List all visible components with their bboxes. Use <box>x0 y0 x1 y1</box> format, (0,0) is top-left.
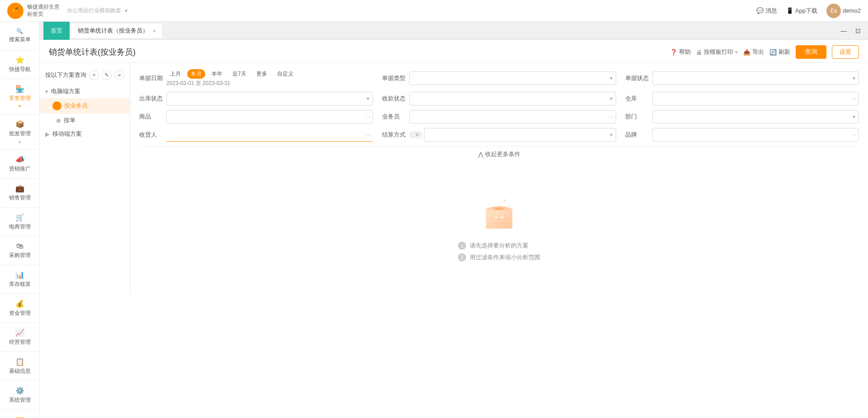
doc-type-select[interactable] <box>409 71 616 85</box>
settings-btn[interactable]: 设置 <box>832 45 859 59</box>
tip-text-2: 用过滤条件来缩小分析范围 <box>470 253 540 261</box>
sub-item-icon: ⊕ <box>56 117 61 124</box>
wholesale-arrow: ▴ <box>19 139 21 144</box>
brand-filter-row: 品牌 ··· <box>625 128 859 142</box>
payment-select[interactable] <box>424 128 616 142</box>
filter-row-3: 商品 ··· 业务员 ··· <box>139 110 859 124</box>
warehouse-dots-btn[interactable]: ··· <box>852 95 856 102</box>
consignee-dots-btn[interactable]: ··· <box>366 132 370 138</box>
sidebar-item-marketing[interactable]: 📣 营销推广 <box>0 150 39 179</box>
search-icon: 🔍 <box>16 28 23 34</box>
date-btn-more[interactable]: 更多 <box>253 69 271 79</box>
filter-row-1: 单据日期 上月 本月 本年 近7天 更多 自定义 <box>139 69 859 87</box>
receipt-status-select[interactable] <box>409 92 616 105</box>
goods-input[interactable] <box>166 110 373 124</box>
header-msg-btn[interactable]: 💬 消息 <box>756 7 777 15</box>
sidebar-item-purchase[interactable]: 🛍 采购管理 <box>0 237 39 265</box>
refresh-btn[interactable]: 🔄 刷新 <box>769 48 790 56</box>
salesperson-input[interactable] <box>409 110 616 124</box>
date-label: 单据日期 <box>139 74 163 82</box>
date-filter-row: 单据日期 上月 本月 本年 近7天 更多 自定义 <box>139 69 373 87</box>
dept-select-wrapper <box>652 110 859 124</box>
top-header: 🍊 畅捷通好生意 标签页 办公用品行业模拟账套 ▾ 💬 消息 📱 App下载 E… <box>0 0 868 22</box>
search-menu-btn[interactable]: 🔍 搜索菜单 <box>4 25 36 46</box>
svg-point-5 <box>500 216 504 219</box>
tab-active[interactable]: 销货单统计表（按业务员） × <box>71 24 162 38</box>
avatar: Ea <box>826 4 841 18</box>
export-btn[interactable]: 📤 导出 <box>743 48 764 56</box>
empty-illustration <box>476 189 522 234</box>
consignee-input[interactable] <box>166 128 373 142</box>
goods-dots-btn[interactable]: ··· <box>366 114 370 120</box>
sidebar-item-sales[interactable]: 💼 销售管理 <box>0 179 39 208</box>
consignee-filter-row: 收货人 ··· <box>139 128 373 142</box>
svg-point-4 <box>495 216 498 219</box>
sidebar-item-wholesale[interactable]: 📦 批发管理 ▴ <box>0 114 39 150</box>
svg-point-2 <box>509 205 510 207</box>
receipt-status-label: 收款状态 <box>382 95 406 103</box>
warehouse-input[interactable] <box>652 92 859 105</box>
empty-tip-1: 1 请先选择要分析的方案 <box>458 242 540 250</box>
tree-sub-item-order[interactable]: ⊕ 按单 <box>40 114 130 127</box>
logo-area: 🍊 畅捷通好生意 标签页 办公用品行业模拟账套 ▾ <box>7 3 127 19</box>
refresh-icon: 🔄 <box>769 49 777 56</box>
sidebar-item-enterprise[interactable]: 🤝 企业协同 <box>0 410 39 418</box>
dept-select[interactable] <box>652 110 859 124</box>
out-status-select[interactable] <box>166 92 373 105</box>
help-btn[interactable]: ❓ 帮助 <box>670 48 691 56</box>
date-btn-this-year[interactable]: 本年 <box>208 69 226 79</box>
tab-home[interactable]: 首页 <box>43 22 70 40</box>
query-btn[interactable]: 查询 <box>796 45 826 59</box>
panel-collapse-btn[interactable]: « <box>114 70 124 80</box>
date-btn-7days[interactable]: 近7天 <box>229 69 250 79</box>
consignee-label: 收货人 <box>139 131 163 139</box>
dept-label: 部门 <box>625 113 649 121</box>
date-range-text: 2023-03-01 至 2023-03-31 <box>166 80 373 87</box>
header-app-btn[interactable]: 📱 App下载 <box>786 7 817 15</box>
svg-point-3 <box>489 204 491 205</box>
sidebar-item-ecommerce[interactable]: 🛒 电商管理 <box>0 208 39 237</box>
empty-tip-2: 2 用过滤条件来缩小分析范围 <box>458 253 540 261</box>
operations-icon: 📈 <box>15 328 24 337</box>
inner-page: 销货单统计表(按业务员) ❓ 帮助 🖨 按模板打印 ▾ 📤 <box>40 40 868 418</box>
salesperson-dots-btn[interactable]: ··· <box>609 114 613 120</box>
out-status-filter-row: 出库状态 <box>139 92 373 105</box>
sidebar-shortcut[interactable]: ⭐ 快捷导航 <box>0 50 39 79</box>
sidebar-item-inventory[interactable]: 📊 库存核算 <box>0 265 39 294</box>
date-btn-this-month[interactable]: 本月 <box>187 69 205 79</box>
tree-group-mobile[interactable]: ▶ 移动端方案 <box>40 127 130 141</box>
payment-tag-close[interactable]: × <box>415 132 419 138</box>
sidebar-search-area: 🔍 搜索菜单 <box>0 22 39 50</box>
tree-group-desktop[interactable]: ▾ 电脑端方案 <box>40 85 130 98</box>
date-btn-last-month[interactable]: 上月 <box>166 69 184 79</box>
sidebar-item-system[interactable]: ⚙️ 系统管理 <box>0 381 39 410</box>
date-btn-custom[interactable]: 自定义 <box>274 69 297 79</box>
collapse-bar[interactable]: ⋀ 收起更多条件 <box>139 146 859 162</box>
sidebar-item-finance[interactable]: 💰 资金管理 <box>0 294 39 323</box>
tip-num-2: 2 <box>458 253 466 261</box>
sidebar-item-operations[interactable]: 📈 经营管理 <box>0 323 39 352</box>
payment-filter-row: 结算方式 × <box>382 128 616 142</box>
warehouse-control: ··· <box>652 92 859 105</box>
retail-icon: 🏪 <box>15 85 24 93</box>
tab-close-btn[interactable]: × <box>153 28 156 33</box>
tree-item-salesperson[interactable]: 按 按业务员 <box>40 98 130 114</box>
brand-dots-btn[interactable]: ··· <box>852 132 856 138</box>
home-tab-label: 首页 <box>51 27 62 35</box>
sidebar-item-retail[interactable]: 🏪 零售管理 ▾ <box>0 79 39 114</box>
print-template-btn[interactable]: 🖨 按模板打印 ▾ <box>696 48 738 56</box>
tab-minimize-btn[interactable]: — <box>837 24 850 37</box>
sidebar-item-basic[interactable]: 📋 基础信息 <box>0 352 39 381</box>
header-user-btn[interactable]: Ea demo2 <box>826 4 861 18</box>
payment-control: × <box>409 128 616 142</box>
panel-add-btn[interactable]: + <box>89 70 99 80</box>
help-icon: ❓ <box>670 49 677 56</box>
date-options-row: 上月 本月 本年 近7天 更多 自定义 <box>166 69 373 79</box>
doc-status-select-wrapper <box>652 71 859 85</box>
panel-edit-btn[interactable]: ✎ <box>102 70 112 80</box>
brand-input[interactable] <box>652 128 859 142</box>
collapse-label: 收起更多条件 <box>485 150 520 158</box>
warehouse-label: 仓库 <box>625 95 649 103</box>
tab-maximize-btn[interactable]: ⊡ <box>852 24 864 37</box>
doc-status-select[interactable] <box>652 71 859 85</box>
